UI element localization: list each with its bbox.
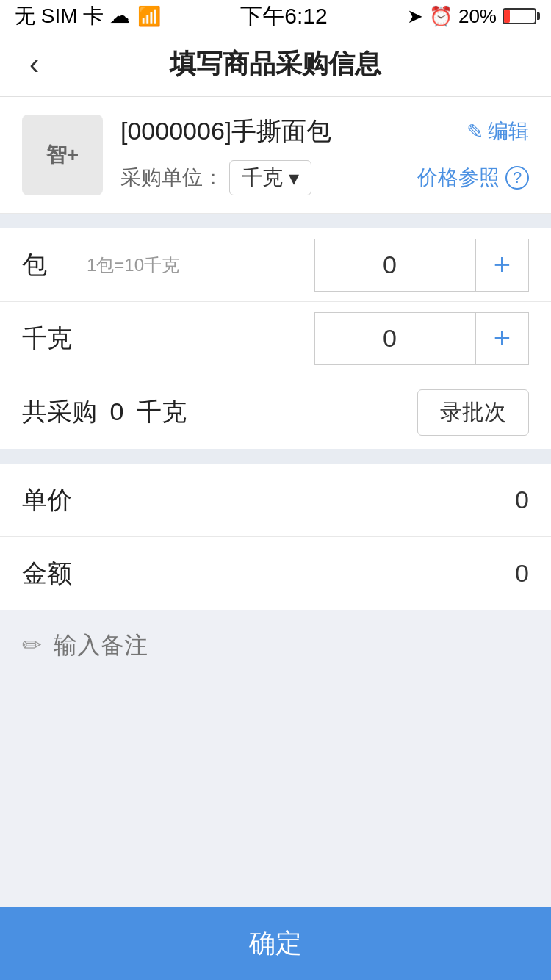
unit-price-row: 单价 0 xyxy=(0,464,551,537)
pencil-icon: ✏ xyxy=(22,631,42,659)
kg-plus-button[interactable]: + xyxy=(476,312,529,365)
unit-value: 千克 xyxy=(242,164,283,192)
price-ref-label: 价格参照 xyxy=(417,164,500,192)
status-left: 无 SIM 卡 ☁ 📶 xyxy=(15,2,161,30)
price-section: 单价 0 金额 0 xyxy=(0,464,551,610)
unit-price-value: 0 xyxy=(515,486,529,514)
summary-unit: 千克 xyxy=(137,397,187,425)
edit-icon: ✎ xyxy=(467,120,483,144)
product-info: [0000006]手撕面包 ✎ 编辑 采购单位： 千克 ▾ 价格参照 ? xyxy=(120,115,529,195)
remark-input[interactable] xyxy=(54,632,529,659)
amount-value: 0 xyxy=(515,559,529,588)
summary-text: 共采购 0 千克 xyxy=(22,395,187,429)
battery-percent: 20% xyxy=(458,5,497,28)
chevron-down-icon: ▾ xyxy=(289,166,299,190)
summary-value: 0 xyxy=(109,397,123,425)
product-name-row: [0000006]手撕面包 ✎ 编辑 xyxy=(120,115,529,148)
unit-label: 采购单位： xyxy=(120,164,223,192)
page-title: 填写商品采购信息 xyxy=(170,46,381,82)
section-divider-2 xyxy=(0,449,551,464)
edit-button[interactable]: ✎ 编辑 xyxy=(467,118,529,145)
kg-input[interactable] xyxy=(314,312,476,365)
remark-section: ✏ xyxy=(0,610,551,680)
bag-plus-button[interactable]: + xyxy=(476,239,529,292)
wifi-icon: 📶 xyxy=(137,5,161,28)
location-icon: ➤ xyxy=(407,5,423,28)
section-divider-1 xyxy=(0,214,551,228)
bag-row: 包 1包=10千克 + xyxy=(0,228,551,302)
status-bar: 无 SIM 卡 ☁ 📶 下午6:12 ➤ ⏰ 20% xyxy=(0,0,551,32)
price-ref-button[interactable]: 价格参照 ? xyxy=(417,164,529,192)
unit-row: 采购单位： 千克 ▾ 价格参照 ? xyxy=(120,160,529,195)
alarm-icon: ⏰ xyxy=(429,5,453,28)
sim-status: 无 SIM 卡 ☁ xyxy=(15,2,130,30)
confirm-button[interactable]: 确定 xyxy=(0,907,551,980)
bag-input-group: + xyxy=(314,239,529,292)
back-button[interactable]: ‹ xyxy=(22,40,46,88)
amount-row: 金额 0 xyxy=(0,537,551,610)
battery-icon xyxy=(503,8,536,24)
help-icon: ? xyxy=(505,166,529,190)
summary-row: 共采购 0 千克 录批次 xyxy=(0,375,551,449)
bag-label: 包 xyxy=(22,248,81,282)
summary-prefix: 共采购 xyxy=(22,397,97,425)
edit-label: 编辑 xyxy=(488,118,529,145)
product-name: [0000006]手撕面包 xyxy=(120,115,331,148)
nav-bar: ‹ 填写商品采购信息 xyxy=(0,32,551,97)
kg-row: 千克 + xyxy=(0,302,551,375)
product-card: 智+ [0000006]手撕面包 ✎ 编辑 采购单位： 千克 ▾ xyxy=(0,97,551,214)
status-time: 下午6:12 xyxy=(240,1,327,32)
bag-input[interactable] xyxy=(314,239,476,292)
product-logo: 智+ xyxy=(22,115,103,195)
bag-sub-label: 1包=10千克 xyxy=(87,253,179,277)
unit-select[interactable]: 千克 ▾ xyxy=(229,160,311,195)
record-batch-button[interactable]: 录批次 xyxy=(417,389,529,436)
kg-label: 千克 xyxy=(22,322,81,356)
unit-price-label: 单价 xyxy=(22,483,72,517)
kg-input-group: + xyxy=(314,312,529,365)
status-right: ➤ ⏰ 20% xyxy=(407,5,536,28)
amount-label: 金额 xyxy=(22,557,72,591)
logo-text: 智+ xyxy=(46,141,79,169)
form-section: 包 1包=10千克 + 千克 + xyxy=(0,228,551,375)
